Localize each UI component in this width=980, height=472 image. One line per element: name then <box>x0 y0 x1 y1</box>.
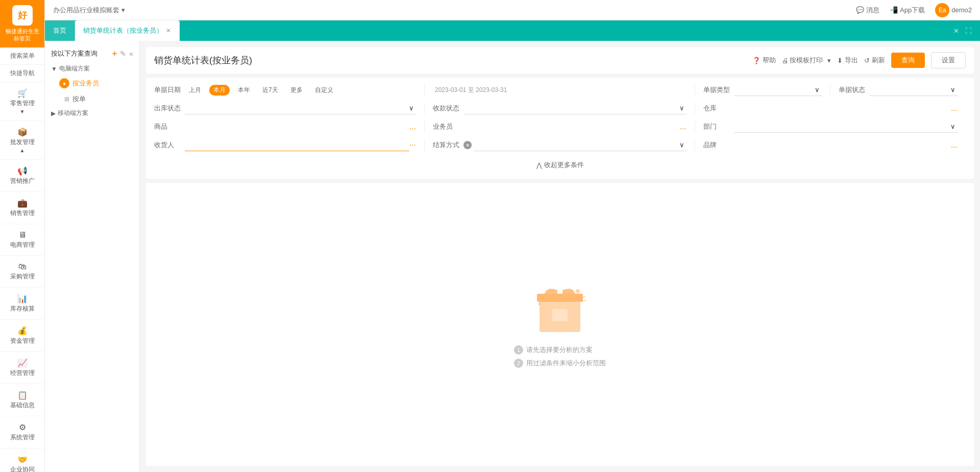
sidebar-item-system[interactable]: ⚙ 系统管理 <box>0 416 44 449</box>
collapse-more-btn[interactable]: ⋀ 收起更多条件 <box>154 157 966 173</box>
help-icon: ❓ <box>752 57 761 64</box>
product-more-btn[interactable]: ... <box>409 122 416 131</box>
salesperson-more-btn[interactable]: ... <box>680 122 687 131</box>
sidebar-item-finance[interactable]: 💰 资金管理 <box>0 320 44 352</box>
user-profile[interactable]: Ea demo2 <box>935 3 972 17</box>
date-btn-this-month[interactable]: 本月 <box>209 85 230 96</box>
help-btn[interactable]: ❓ 帮助 <box>752 56 776 65</box>
messages-icon: 💬 <box>856 6 864 14</box>
date-label: 单据日期 <box>154 85 185 95</box>
doc-status-dropdown-icon: ∨ <box>950 86 955 93</box>
doc-type-select[interactable]: ∨ <box>734 84 822 96</box>
export-icon: ⬇ <box>837 57 843 64</box>
sidebar-item-operations[interactable]: 📈 经营管理 <box>0 352 44 384</box>
collect-status-select[interactable]: ∨ <box>463 102 687 114</box>
tree-group-arrow: ▼ <box>51 65 57 73</box>
export-btn[interactable]: ⬇ 导出 <box>837 56 858 65</box>
order-icon: ⊞ <box>64 96 69 103</box>
sidebar-item-sales[interactable]: 💼 销售管理 <box>0 192 44 224</box>
tab-close-btn[interactable]: ✕ <box>166 27 171 34</box>
refresh-btn[interactable]: ↺ 刷新 <box>864 56 885 65</box>
sidebar-item-inventory[interactable]: 📊 库存核算 <box>0 288 44 320</box>
tree-item-by-salesperson[interactable]: ● 按业务员 <box>45 75 139 91</box>
doc-status-label: 单据状态 <box>839 85 869 95</box>
settlement-clear-btn[interactable]: ✕ <box>463 141 472 149</box>
edit-scheme-btn[interactable]: ✎ <box>120 50 126 58</box>
home-tab-label: 首页 <box>53 26 66 35</box>
tab-bar: 首页 销货单统计表（按业务员） ✕ ✕ ⛶ <box>45 20 980 41</box>
warehouse-more-btn[interactable]: ... <box>951 104 958 113</box>
collect-status-label: 收款状态 <box>433 104 463 113</box>
out-status-select[interactable]: ∨ <box>185 102 416 114</box>
finance-icon: 💰 <box>17 326 28 336</box>
tab-maximize-icon[interactable]: ⛶ <box>965 27 972 35</box>
out-status-dropdown-icon: ∨ <box>409 104 414 112</box>
settings-btn[interactable]: 设置 <box>931 52 966 68</box>
date-btn-this-year[interactable]: 本年 <box>234 85 254 96</box>
tab-home[interactable]: 首页 <box>45 20 75 41</box>
query-btn[interactable]: 查询 <box>891 53 925 68</box>
date-btn-custom[interactable]: 自定义 <box>311 85 337 96</box>
industry-dropdown-icon: ▾ <box>121 6 125 14</box>
hint-num-1: 1 <box>514 345 523 355</box>
sidebar-item-purchase[interactable]: 🛍 采购管理 <box>0 256 44 288</box>
date-range-display: 2023-03-01 至 2023-03-31 <box>435 86 507 95</box>
industry-selector[interactable]: 办公用品行业模拟账套 ▾ <box>53 6 125 15</box>
date-btn-more[interactable]: 更多 <box>286 85 307 96</box>
tree-item-by-order[interactable]: ⊞ 按单 <box>45 91 139 107</box>
purchase-icon: 🛍 <box>18 262 27 271</box>
svg-point-4 <box>538 302 541 305</box>
left-panel-title: 按以下方案查询 <box>51 49 97 58</box>
filter-department: 部门 ∨ <box>695 121 966 133</box>
sidebar-search[interactable]: 搜索菜单 <box>0 48 44 65</box>
tree-group-arrow-mobile: ▶ <box>51 110 56 117</box>
avatar: Ea <box>935 3 949 17</box>
retail-icon: 🛒 <box>17 88 28 98</box>
add-scheme-btn[interactable]: + <box>112 49 117 58</box>
app-download-btn[interactable]: 📲 App下载 <box>890 6 925 15</box>
sidebar-item-collab[interactable]: 🤝 企业协同 <box>0 449 44 472</box>
date-btn-last-7days[interactable]: 近7天 <box>258 85 282 96</box>
print-icon: 🖨 <box>782 57 789 64</box>
tab-sales-stat[interactable]: 销货单统计表（按业务员） ✕ <box>75 20 180 41</box>
filter-collect-status: 收款状态 ∨ <box>425 102 695 114</box>
sidebar-item-wholesale[interactable]: 📦 批发管理 ▲ <box>0 121 44 160</box>
sales-icon: 💼 <box>17 198 28 208</box>
settlement-label: 结算方式 <box>433 140 463 150</box>
empty-hint-1: 1 请先选择要分析的方案 <box>514 345 593 355</box>
tab-close-window-icon[interactable]: ✕ <box>953 27 959 35</box>
sidebar-quick-nav[interactable]: 快捷导航 <box>0 65 44 82</box>
date-btn-last-month[interactable]: 上月 <box>185 85 205 96</box>
empty-hint-2: 2 用过滤条件来缩小分析范围 <box>514 359 606 368</box>
print-btn[interactable]: 🖨 按模板打印 ▾ <box>782 56 831 65</box>
main-area: 办公用品行业模拟账套 ▾ 💬 消息 📲 App下载 Ea demo2 首页 <box>45 0 980 472</box>
receiver-input[interactable] <box>185 139 409 151</box>
print-dropdown-arrow[interactable]: ▾ <box>824 57 831 64</box>
sidebar-item-basic-info[interactable]: 📋 基础信息 <box>0 384 44 416</box>
filter-area: 单据日期 上月 本月 本年 近7天 更多 自定义 2023-03-01 至 20… <box>146 78 974 179</box>
page-actions: ❓ 帮助 🖨 按模板打印 ▾ ⬇ 导出 ↺ 刷新 <box>752 52 966 68</box>
tree-group-desktop: ▼ 电脑端方案 <box>45 62 139 75</box>
messages-btn[interactable]: 💬 消息 <box>856 6 879 15</box>
left-panel-header: 按以下方案查询 + ✎ « <box>45 45 139 62</box>
collapse-panel-btn[interactable]: « <box>129 50 133 58</box>
product-label: 商品 <box>154 122 185 131</box>
sidebar-item-ecommerce[interactable]: 🖥 电商管理 <box>0 224 44 256</box>
department-select[interactable]: ∨ <box>734 121 958 133</box>
sidebar-item-retail[interactable]: 🛒 零售管理 ▼ <box>0 82 44 121</box>
settlement-select[interactable]: ∨ <box>474 139 687 151</box>
sales-stat-tab-label: 销货单统计表（按业务员） <box>83 26 163 35</box>
brand-more-btn[interactable]: ... <box>951 140 958 150</box>
wholesale-arrow: ▲ <box>20 148 25 153</box>
logo-icon: 好 <box>12 5 33 26</box>
collapse-icon: ⋀ <box>536 161 542 169</box>
sidebar-item-marketing[interactable]: 📢 营销推广 <box>0 160 44 192</box>
doc-type-dropdown-icon: ∨ <box>815 86 820 93</box>
empty-state: 1 请先选择要分析的方案 2 用过滤条件来缩小分析范围 <box>146 183 974 466</box>
filter-doc-status: 单据状态 ∨ <box>830 84 966 96</box>
refresh-icon: ↺ <box>864 57 870 64</box>
doc-status-select[interactable]: ∨ <box>869 84 958 96</box>
sidebar-logo[interactable]: 好 畅捷通好生意 标签页 <box>0 0 44 48</box>
empty-illustration <box>529 281 591 337</box>
receiver-more-btn[interactable]: ··· <box>409 140 416 150</box>
